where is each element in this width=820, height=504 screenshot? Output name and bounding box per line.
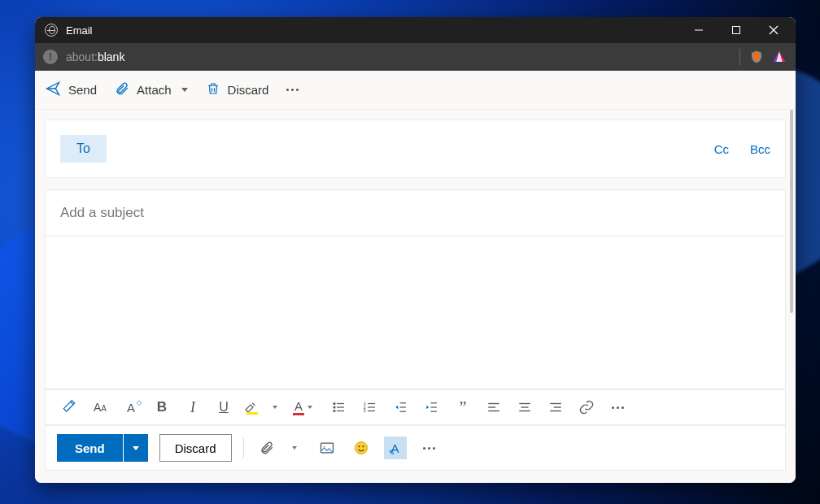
attach-options-button[interactable] — [281, 437, 304, 459]
minimize-button[interactable] — [680, 17, 718, 43]
brave-rewards-icon[interactable] — [771, 49, 787, 65]
extension-separator — [739, 49, 740, 65]
send-command[interactable]: Send — [45, 80, 97, 99]
chevron-down-icon — [308, 406, 312, 409]
insert-emoji-button[interactable] — [350, 437, 373, 459]
svg-point-12 — [334, 411, 335, 412]
compose-surface: To Cc Bcc AA A◇ B I U — [35, 110, 796, 483]
chevron-down-icon — [181, 88, 188, 92]
quote-button[interactable]: ” — [451, 395, 475, 419]
url-path: blank — [98, 50, 124, 63]
decrease-indent-button[interactable] — [389, 395, 413, 419]
message-body[interactable] — [46, 237, 785, 389]
svg-marker-27 — [426, 406, 429, 410]
bottom-more-button[interactable] — [418, 437, 441, 459]
bulleted-list-button[interactable] — [327, 395, 351, 419]
svg-point-10 — [334, 406, 335, 408]
more-icon — [612, 406, 624, 409]
format-painter-button[interactable] — [57, 395, 81, 419]
subject-input[interactable] — [46, 190, 785, 236]
italic-button[interactable]: I — [181, 395, 205, 419]
url-field[interactable]: about:blank — [66, 50, 124, 63]
bold-button[interactable]: B — [150, 395, 174, 419]
trash-icon — [206, 80, 220, 99]
insert-link-button[interactable] — [574, 395, 599, 419]
scrollbar-thumb[interactable] — [790, 110, 793, 313]
cc-button[interactable]: Cc — [714, 142, 729, 156]
send-button[interactable]: Send — [57, 434, 123, 462]
more-icon — [423, 447, 435, 450]
close-button[interactable] — [755, 17, 792, 43]
message-body-card — [45, 237, 786, 389]
browser-address-bar: ! about:blank — [35, 43, 796, 71]
attach-file-button[interactable] — [255, 437, 278, 459]
app-window: Email ! about:blank Send — [35, 17, 796, 483]
highlight-color-button[interactable] — [242, 395, 278, 419]
formatting-more-button[interactable] — [605, 395, 630, 419]
insert-picture-button[interactable] — [316, 437, 338, 459]
svg-point-8 — [334, 403, 335, 405]
numbered-list-button[interactable]: 123 — [358, 395, 382, 419]
font-size-button[interactable]: A◇ — [119, 395, 143, 419]
bottom-action-bar: Send Discard A✎ — [45, 425, 786, 471]
send-icon — [45, 80, 61, 99]
not-secure-icon: ! — [43, 50, 58, 64]
chevron-down-icon — [273, 406, 277, 409]
send-label: Send — [68, 83, 97, 97]
svg-text:3: 3 — [364, 408, 366, 413]
discard-command[interactable]: Discard — [206, 80, 269, 99]
to-input[interactable] — [118, 137, 693, 160]
globe-icon — [45, 24, 58, 37]
align-left-button[interactable] — [482, 395, 506, 419]
send-options-button[interactable] — [124, 434, 148, 462]
attach-command[interactable]: Attach — [115, 80, 188, 99]
font-color-button[interactable]: A — [285, 395, 321, 419]
align-center-button[interactable] — [512, 395, 537, 419]
toggle-formatting-button[interactable]: A✎ — [384, 437, 407, 459]
maximize-button[interactable] — [718, 17, 755, 43]
svg-point-40 — [358, 445, 360, 447]
more-icon — [286, 89, 299, 91]
chevron-down-icon — [133, 446, 139, 450]
window-titlebar: Email — [35, 17, 796, 43]
svg-point-41 — [362, 445, 364, 447]
brave-shields-icon[interactable] — [748, 49, 765, 65]
discard-button[interactable]: Discard — [159, 434, 232, 462]
attach-icon — [115, 80, 129, 99]
formatting-toolbar: AA A◇ B I U A 123 — [45, 389, 786, 425]
url-scheme: about: — [66, 50, 98, 63]
to-button[interactable]: To — [60, 135, 107, 163]
window-title: Email — [66, 24, 93, 37]
align-right-button[interactable] — [543, 395, 568, 419]
attach-label: Attach — [137, 83, 172, 97]
bcc-button[interactable]: Bcc — [750, 142, 770, 156]
svg-marker-23 — [395, 406, 398, 410]
font-family-button[interactable]: AA — [88, 395, 112, 419]
svg-point-39 — [355, 442, 367, 454]
command-bar: Send Attach Discard — [35, 71, 796, 110]
recipients-row: To Cc Bcc — [45, 119, 786, 178]
underline-button[interactable]: U — [212, 395, 236, 419]
more-command[interactable] — [286, 89, 299, 91]
send-split-button: Send — [57, 434, 148, 462]
svg-rect-1 — [733, 27, 740, 34]
discard-label: Discard — [228, 83, 269, 97]
increase-indent-button[interactable] — [420, 395, 444, 419]
subject-row — [45, 189, 786, 237]
